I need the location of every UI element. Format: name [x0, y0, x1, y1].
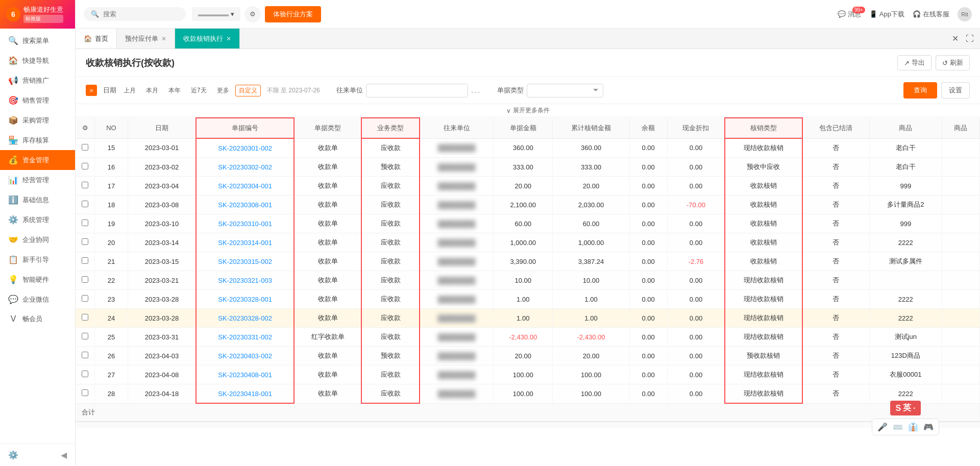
doc-no-link[interactable]: SK-20230328-002	[218, 314, 272, 322]
cell-checkbox[interactable]	[76, 271, 95, 290]
doc-no-link[interactable]: SK-20230314-001	[218, 239, 272, 247]
row-checkbox[interactable]	[82, 314, 88, 321]
doc-no-link[interactable]: SK-20230331-002	[218, 333, 272, 341]
doc-no-link[interactable]: SK-20230302-002	[218, 163, 272, 171]
doc-type-select[interactable]: 收款单 红字收款单	[527, 84, 603, 97]
cell-checkbox[interactable]	[76, 328, 95, 347]
workspace-dropdown[interactable]: ▬▬▬▬▬ ▾	[192, 7, 240, 21]
sidebar-item-hardware[interactable]: 💡 智能硬件	[0, 269, 75, 289]
row-checkbox[interactable]	[82, 201, 88, 207]
service-btn[interactable]: 🎧 在线客服	[913, 10, 949, 19]
row-checkbox[interactable]	[82, 352, 88, 358]
refresh-button[interactable]: ↺ 刷新	[936, 55, 970, 70]
row-checkbox[interactable]	[82, 371, 88, 377]
date-more[interactable]: 更多	[213, 85, 233, 96]
sidebar-item-basic[interactable]: ℹ️ 基础信息	[0, 190, 75, 210]
doc-no-link[interactable]: SK-20230301-002	[218, 144, 272, 152]
doc-no-link[interactable]: SK-20230315-002	[218, 258, 272, 265]
industry-btn[interactable]: 体验行业方案	[265, 6, 321, 22]
partner-input[interactable]	[366, 84, 468, 97]
date-custom[interactable]: 自定义	[235, 85, 261, 96]
date-7days[interactable]: 近7天	[187, 85, 211, 96]
doc-no-link[interactable]: SK-20230328-001	[218, 296, 272, 303]
row-checkbox[interactable]	[82, 238, 88, 245]
date-last-month[interactable]: 上月	[119, 85, 140, 96]
row-checkbox[interactable]	[82, 295, 88, 302]
cell-checkbox[interactable]	[76, 214, 95, 233]
settings-icon[interactable]: ⚙️	[8, 450, 18, 460]
cell-checkbox[interactable]	[76, 384, 95, 404]
cell-checkbox[interactable]	[76, 252, 95, 271]
scroll-bar-area[interactable]	[76, 422, 980, 428]
sidebar-item-system[interactable]: ⚙️ 系统管理	[0, 210, 75, 230]
col-header-settings[interactable]: ⚙	[76, 118, 95, 138]
tab-collection[interactable]: 收款核销执行 ✕	[175, 29, 240, 48]
user-avatar[interactable]: Rit	[958, 7, 972, 21]
doc-no-link[interactable]: SK-20230403-002	[218, 352, 272, 360]
cell-verify-amount: 1,000.00	[553, 233, 629, 252]
doc-no-link[interactable]: SK-20230310-001	[218, 220, 272, 228]
row-checkbox[interactable]	[82, 144, 88, 151]
filter-expand-btn[interactable]: »	[86, 85, 97, 96]
cell-checkbox[interactable]	[76, 290, 95, 309]
cell-checkbox[interactable]	[76, 309, 95, 328]
row-checkbox[interactable]	[82, 389, 88, 396]
sidebar-item-inventory[interactable]: 🏪 库存核算	[0, 130, 75, 150]
sidebar-item-member[interactable]: V 畅会员	[0, 309, 75, 329]
date-this-month[interactable]: 本月	[142, 85, 162, 96]
cell-checkbox[interactable]	[76, 347, 95, 365]
sidebar-item-guide[interactable]: 📋 新手引导	[0, 250, 75, 269]
sidebar-item-sales[interactable]: 🎯 销售管理	[0, 90, 75, 110]
sidebar-item-marketing[interactable]: 📢 营销推广	[0, 70, 75, 90]
game-icon[interactable]: 🎮	[923, 422, 934, 432]
top-search-input[interactable]	[103, 10, 164, 18]
query-button[interactable]: 查询	[903, 82, 937, 99]
tab-collection-close[interactable]: ✕	[226, 35, 231, 42]
cell-checkbox[interactable]	[76, 365, 95, 384]
expand-more-label: 展开更多条件	[513, 106, 550, 115]
sidebar-item-operation[interactable]: 📊 经营管理	[0, 170, 75, 190]
cell-checkbox[interactable]	[76, 195, 95, 214]
row-checkbox[interactable]	[82, 219, 88, 226]
tab-prepay-close[interactable]: ✕	[161, 35, 166, 42]
tab-home[interactable]: 🏠 首页	[76, 29, 117, 48]
tab-close-all-btn[interactable]: ✕	[950, 32, 961, 45]
sidebar-item-purchase[interactable]: 📦 采购管理	[0, 110, 75, 130]
date-this-year[interactable]: 本年	[164, 85, 185, 96]
cell-checkbox[interactable]	[76, 233, 95, 252]
cell-checkbox[interactable]	[76, 158, 95, 177]
sidebar-item-corp[interactable]: 🤝 企业协同	[0, 230, 75, 250]
tab-maximize-btn[interactable]: ⛶	[964, 32, 976, 45]
cell-verify-amount: 360.00	[553, 138, 629, 158]
filter-settings-button[interactable]: 设置	[941, 82, 970, 99]
sidebar-item-shortcut[interactable]: 🏠 快捷导航	[0, 51, 75, 70]
keyboard-icon[interactable]: ⌨️	[893, 422, 903, 432]
doc-no-link[interactable]: SK-20230418-001	[218, 390, 272, 398]
row-checkbox[interactable]	[82, 257, 88, 264]
gear-button[interactable]: ⚙	[244, 6, 261, 22]
row-checkbox[interactable]	[82, 163, 88, 169]
watermark-text: 英	[903, 403, 911, 413]
row-checkbox[interactable]	[82, 276, 88, 283]
shirt-icon[interactable]: 👔	[908, 422, 918, 432]
expand-more-btn[interactable]: ∨ 展开更多条件	[506, 106, 550, 115]
row-checkbox[interactable]	[82, 333, 88, 339]
app-download-btn[interactable]: 📱 App下载	[869, 10, 904, 19]
export-button[interactable]: ↗ 导出	[897, 55, 932, 70]
sidebar-item-wechat[interactable]: 💬 企业微信	[0, 289, 75, 309]
doc-no-link[interactable]: SK-20230308-001	[218, 201, 272, 209]
mic-icon[interactable]: 🎤	[877, 422, 888, 432]
row-checkbox[interactable]	[82, 182, 88, 188]
collapse-icon[interactable]: ◀	[61, 450, 67, 460]
doc-no-link[interactable]: SK-20230304-001	[218, 182, 272, 190]
cell-checkbox[interactable]	[76, 177, 95, 195]
sidebar-item-finance[interactable]: 💰 资金管理	[0, 150, 75, 170]
sidebar-item-search[interactable]: 🔍 搜索菜单	[0, 31, 75, 51]
cell-doc-amount: 1.00	[494, 309, 553, 328]
cell-checkbox[interactable]	[76, 138, 95, 158]
message-btn[interactable]: 💬 消息 99+	[838, 10, 861, 19]
cell-product: 老白干	[869, 158, 942, 177]
doc-no-link[interactable]: SK-20230408-001	[218, 371, 272, 379]
doc-no-link[interactable]: SK-20230321-003	[218, 277, 272, 284]
tab-prepay[interactable]: 预付应付单 ✕	[117, 29, 175, 48]
